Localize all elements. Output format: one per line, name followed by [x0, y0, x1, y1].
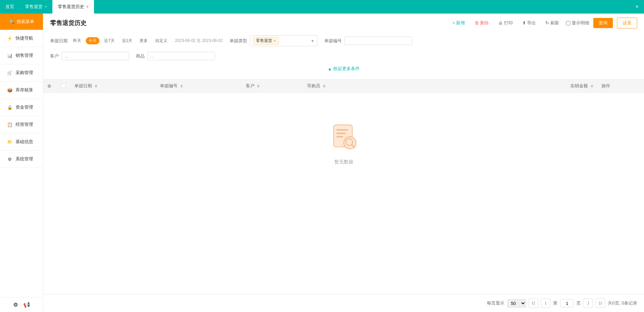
date-custom-btn[interactable]: 自定义: [152, 37, 170, 44]
empty-icon: [327, 120, 361, 154]
page-title: 零售退货历史: [50, 19, 87, 27]
sidebar-item-inventory-label: 库存核算: [16, 87, 33, 93]
tab-retail-return-history-close[interactable]: ×: [86, 4, 89, 9]
doc-no-input[interactable]: [344, 37, 412, 45]
goods-dropdown[interactable]: ...: [147, 52, 215, 60]
doc-no-sort-icon: [180, 85, 183, 88]
page-first-button[interactable]: ⟨⟨: [529, 298, 538, 308]
sales-icon: 📊: [7, 52, 13, 59]
doc-type-dropdown[interactable]: 零售退货 × ▼: [250, 35, 317, 46]
customer-sort-icon: [257, 85, 260, 88]
th-guide-label: 导购员: [307, 83, 320, 88]
top-bar: 首页 零售退货 × 零售退货历史 × ×: [0, 0, 644, 14]
collapse-label: 收起更多条件: [333, 66, 360, 72]
th-doc-no-label: 单据编号: [160, 83, 177, 88]
collapse-button[interactable]: ▲ 收起更多条件: [328, 66, 360, 72]
sidebar-item-operation[interactable]: 📋 经营管理: [0, 116, 43, 133]
display-toggle[interactable]: 显示明细: [566, 20, 589, 26]
customer-dropdown[interactable]: ...: [62, 52, 129, 60]
page-last-button[interactable]: ⟩⟩: [596, 298, 605, 308]
doc-type-label: 单据类型: [230, 38, 247, 44]
filter-area: 单据日期 昨天 今天 近7天 近1月 更多 自定义 2023-06-02 至 2…: [50, 32, 637, 79]
goods-filter: 商品 ...: [136, 52, 215, 60]
operation-icon: 📋: [7, 121, 13, 128]
new-button[interactable]: + 新增: [450, 19, 468, 27]
customer-filter: 客户 ...: [50, 52, 129, 60]
empty-state-row: 暂无数据: [43, 93, 644, 193]
setting-button[interactable]: 设置: [617, 18, 637, 28]
page-number-input[interactable]: [560, 299, 574, 307]
date-yesterday-btn[interactable]: 昨天: [70, 37, 84, 44]
date-sort-icon: [95, 85, 97, 88]
date-1month-btn[interactable]: 近1月: [119, 37, 135, 44]
sidebar-item-inventory[interactable]: 📦 库存核算: [0, 82, 43, 99]
th-doc-no[interactable]: 单据编号: [156, 80, 241, 93]
th-amount-label: 实销金额: [570, 83, 588, 88]
tab-retail-return-close[interactable]: ×: [45, 4, 47, 9]
page-unit: 页: [576, 300, 581, 306]
finance-icon: 🔒: [7, 104, 13, 110]
th-date-label: 单据日期: [74, 83, 92, 88]
th-settings[interactable]: ⚙: [43, 80, 57, 93]
tab-retail-return-history[interactable]: 零售退货历史 ×: [52, 0, 94, 14]
print-button[interactable]: 🖨 打印: [496, 19, 516, 27]
sidebar-item-purchase[interactable]: 🛒 采购管理: [0, 64, 43, 82]
data-table: ⚙ 单据日期 单据编号: [43, 80, 644, 192]
sidebar-search[interactable]: 🔍 搜索菜单: [0, 14, 43, 30]
delete-button[interactable]: 🗑 删除: [472, 19, 492, 27]
filter-row-1: 单据日期 昨天 今天 近7天 近1月 更多 自定义 2023-06-02 至 2…: [50, 32, 637, 49]
sidebar-item-operation-label: 经营管理: [16, 121, 33, 128]
filter-row-2: 客户 ... 商品 ...: [50, 49, 637, 63]
th-check[interactable]: [57, 80, 70, 93]
tab-home[interactable]: 首页: [0, 0, 20, 14]
page-size-select[interactable]: 10 20 50 100: [507, 299, 526, 308]
th-customer[interactable]: 客户: [242, 80, 303, 93]
doc-type-tag-close[interactable]: ×: [273, 39, 276, 43]
sidebar-item-quick-nav[interactable]: ⚡ 快捷导航: [0, 30, 43, 47]
sidebar-item-finance[interactable]: 🔒 资金管理: [0, 99, 43, 116]
doc-type-chevron-icon: ▼: [311, 39, 314, 43]
date-range-text: 2023-06-02 至 2023-06-02: [175, 38, 222, 44]
sound-icon[interactable]: 📢: [23, 302, 30, 308]
sidebar-item-basic-info-label: 基础信息: [16, 139, 33, 145]
goods-ellipsis: ...: [150, 53, 154, 59]
guide-sort-icon: [323, 85, 326, 88]
display-toggle-checkbox[interactable]: [566, 21, 570, 25]
customer-label: 客户: [50, 53, 59, 59]
search-icon: 🔍: [9, 19, 15, 24]
th-amount[interactable]: 实销金额: [511, 80, 597, 93]
pagination-summary: 共0页, 0条记录: [608, 300, 637, 306]
page-prev-button[interactable]: ⟨: [541, 298, 550, 308]
sidebar: 🔍 搜索菜单 ⚡ 快捷导航 📊 销售管理 🛒 采购管理 📦 库存核算 🔒 资金管…: [0, 14, 43, 312]
quick-nav-icon: ⚡: [7, 35, 13, 41]
page-label: 第: [553, 300, 557, 306]
tab-retail-return-history-label: 零售退货历史: [58, 4, 84, 10]
window-close-button[interactable]: ×: [636, 4, 639, 10]
date-filter-buttons: 昨天 今天 近7天 近1月 更多 自定义: [70, 37, 170, 44]
th-guide[interactable]: 导购员: [303, 80, 376, 93]
query-button[interactable]: 查询: [593, 18, 613, 28]
tab-retail-return-label: 零售退货: [25, 4, 43, 10]
svg-rect-2: [336, 133, 346, 134]
tab-list: 首页 零售退货 × 零售退货历史 ×: [0, 0, 633, 14]
table-header-row: ⚙ 单据日期 单据编号: [43, 80, 644, 93]
basic-info-icon: 📁: [7, 139, 13, 145]
settings-icon[interactable]: ⚙: [47, 84, 51, 89]
select-all-checkbox[interactable]: [61, 83, 66, 88]
sidebar-item-sales[interactable]: 📊 销售管理: [0, 47, 43, 64]
export-button[interactable]: ⬆ 导出: [520, 19, 539, 27]
refresh-button[interactable]: ↻ 刷新: [543, 19, 562, 27]
doc-type-tag: 零售退货 ×: [253, 37, 279, 45]
page-next-button[interactable]: ⟩: [583, 298, 593, 308]
sidebar-item-system[interactable]: ⚙ 系统管理: [0, 151, 43, 168]
th-date[interactable]: 单据日期: [70, 80, 156, 93]
date-more-btn[interactable]: 更多: [137, 37, 150, 44]
tab-retail-return[interactable]: 零售退货 ×: [20, 0, 52, 14]
date-today-btn[interactable]: 今天: [86, 37, 99, 44]
table-container: ⚙ 单据日期 单据编号: [43, 80, 644, 294]
gear-icon[interactable]: ⚙: [13, 302, 18, 308]
date-7days-btn[interactable]: 近7天: [101, 37, 117, 44]
sidebar-item-basic-info[interactable]: 📁 基础信息: [0, 133, 43, 151]
date-filter-label: 单据日期: [50, 38, 68, 44]
table-body: 暂无数据: [43, 93, 644, 193]
